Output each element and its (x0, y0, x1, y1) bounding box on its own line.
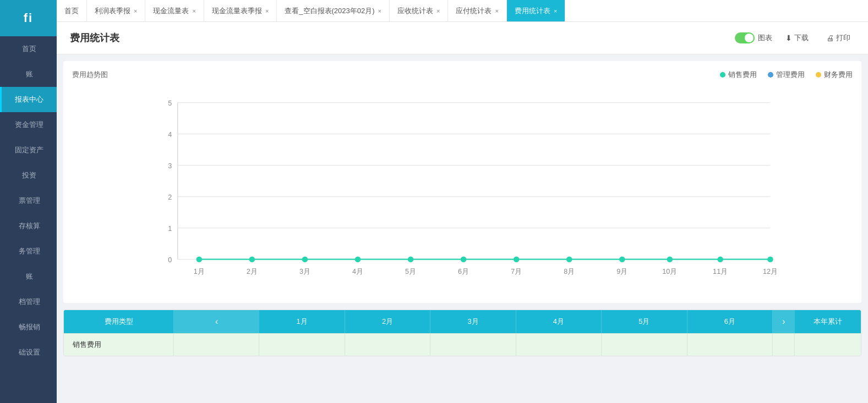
sidebar-item-refund[interactable]: 畅报销 (0, 314, 57, 340)
td-total (795, 334, 861, 356)
chart-point (408, 256, 414, 262)
chart-point (566, 256, 572, 262)
chart-toggle[interactable] (735, 32, 755, 43)
svg-text:5月: 5月 (405, 268, 416, 275)
main-area: 首页 利润表季报 × 现金流量表 × 现金流量表季报 × 查看_空白报表(202… (57, 0, 868, 403)
chart-svg: 0 1 2 3 4 5 1月 2月 3月 4月 (72, 85, 853, 294)
sidebar-item-settings[interactable]: 础设置 (0, 340, 57, 365)
table-section: 费用类型 ‹ 1月 2月 3月 4月 5月 6月 › 本年累计 销售费用 (63, 310, 861, 356)
sidebar-item-fixed-assets[interactable]: 固定资产 (0, 137, 57, 163)
svg-text:1月: 1月 (194, 268, 205, 275)
td-m4 (516, 334, 602, 356)
legend-finance: 财务费用 (816, 70, 853, 80)
tab-bar: 首页 利润表季报 × 现金流量表 × 现金流量表季报 × 查看_空白报表(202… (57, 0, 868, 22)
chart-point (355, 256, 361, 262)
sidebar-item-home[interactable]: 首页 (0, 36, 57, 62)
tab-payable[interactable]: 应付统计表 × (448, 0, 506, 22)
th-month-4: 4月 (516, 310, 602, 333)
sidebar-item-archives[interactable]: 档管理 (0, 289, 57, 314)
svg-text:4月: 4月 (352, 268, 363, 275)
svg-text:5: 5 (168, 100, 172, 107)
th-month-6: 6月 (687, 310, 773, 333)
svg-text:1: 1 (168, 225, 172, 233)
table-header-row: 费用类型 ‹ 1月 2月 3月 4月 5月 6月 › 本年累计 (64, 310, 861, 333)
td-m5 (602, 334, 687, 356)
close-icon[interactable]: × (495, 8, 498, 14)
tab-cashflow[interactable]: 现金流量表 × (145, 0, 204, 22)
chart-legend: 销售费用 管理费用 财务费用 (720, 70, 853, 80)
svg-text:6月: 6月 (458, 268, 469, 275)
close-icon[interactable]: × (378, 8, 381, 14)
tab-cashflow-quarterly[interactable]: 现金流量表季报 × (204, 0, 277, 22)
td-nav-empty (174, 334, 259, 356)
sidebar: fi 首页 账 报表中心 资金管理 固定资产 投资 票管理 存核算 务管理 账 … (0, 0, 57, 403)
chart-point (619, 256, 625, 262)
th-month-2: 2月 (345, 310, 430, 333)
sidebar-item-tickets[interactable]: 票管理 (0, 188, 57, 213)
tab-expense[interactable]: 费用统计表 × (507, 0, 565, 22)
chart-title: 费用趋势图 (72, 70, 108, 80)
th-total: 本年累计 (795, 310, 861, 333)
sidebar-logo: fi (0, 0, 57, 36)
close-icon[interactable]: × (134, 8, 137, 14)
chart-section: 费用趋势图 销售费用 管理费用 财务费用 (63, 61, 861, 303)
chart-point (667, 256, 673, 262)
legend-dot-finance (816, 72, 821, 78)
legend-dot-admin (768, 72, 773, 78)
sidebar-item-account[interactable]: 账 (0, 62, 57, 87)
svg-text:3月: 3月 (299, 268, 310, 275)
sidebar-item-services[interactable]: 务管理 (0, 239, 57, 264)
close-icon[interactable]: × (436, 8, 440, 14)
sidebar-item-ledger[interactable]: 账 (0, 264, 57, 289)
svg-text:9月: 9月 (616, 268, 627, 275)
table-prev-button[interactable]: ‹ (174, 310, 259, 333)
tab-profit-quarterly[interactable]: 利润表季报 × (87, 0, 145, 22)
svg-text:8月: 8月 (564, 268, 575, 275)
legend-label-finance: 财务费用 (824, 70, 853, 80)
sidebar-item-reports[interactable]: 报表中心 (0, 87, 57, 112)
toggle-label: 图表 (758, 33, 772, 43)
svg-text:11月: 11月 (713, 268, 728, 275)
legend-label-admin: 管理费用 (776, 70, 805, 80)
page-title: 费用统计表 (70, 31, 119, 45)
table-next-button[interactable]: › (773, 310, 795, 333)
legend-admin: 管理费用 (768, 70, 805, 80)
page-header: 费用统计表 图表 ⬇ 下载 🖨 打印 (57, 22, 868, 54)
legend-dot-sales (720, 72, 725, 78)
legend-label-sales: 销售费用 (728, 70, 757, 80)
svg-text:3: 3 (168, 162, 172, 170)
svg-text:7月: 7月 (511, 268, 522, 275)
print-icon: 🖨 (826, 34, 834, 42)
chart-point (249, 256, 255, 262)
tab-home[interactable]: 首页 (57, 0, 87, 22)
chart-point (767, 256, 773, 262)
download-button[interactable]: ⬇ 下载 (781, 31, 813, 45)
tab-blank-report[interactable]: 查看_空白报表(2023年02月) × (277, 0, 390, 22)
chart-point (302, 256, 308, 262)
chart-point (514, 256, 520, 262)
th-month-3: 3月 (430, 310, 516, 333)
close-icon[interactable]: × (554, 8, 557, 14)
header-actions: 图表 ⬇ 下载 🖨 打印 (735, 31, 855, 45)
td-type: 销售费用 (64, 334, 174, 356)
th-month-1: 1月 (259, 310, 345, 333)
print-button[interactable]: 🖨 打印 (822, 31, 855, 45)
chart-header: 费用趋势图 销售费用 管理费用 财务费用 (72, 70, 853, 80)
close-icon[interactable]: × (192, 8, 195, 14)
tab-receivable[interactable]: 应收统计表 × (390, 0, 448, 22)
td-nav-empty2 (773, 334, 795, 356)
sidebar-item-funds[interactable]: 资金管理 (0, 112, 57, 137)
svg-text:2: 2 (168, 194, 172, 201)
chart-point (717, 256, 723, 262)
td-m2 (345, 334, 430, 356)
svg-text:10月: 10月 (662, 268, 677, 275)
sidebar-item-investment[interactable]: 投资 (0, 163, 57, 188)
td-m1 (259, 334, 345, 356)
svg-text:12月: 12月 (763, 268, 778, 275)
svg-text:4: 4 (168, 131, 172, 139)
close-icon[interactable]: × (265, 8, 269, 14)
sidebar-item-inventory[interactable]: 存核算 (0, 213, 57, 239)
th-month-5: 5月 (602, 310, 687, 333)
table-row: 销售费用 (64, 333, 861, 356)
chart-wrap: 0 1 2 3 4 5 1月 2月 3月 4月 (72, 85, 853, 294)
